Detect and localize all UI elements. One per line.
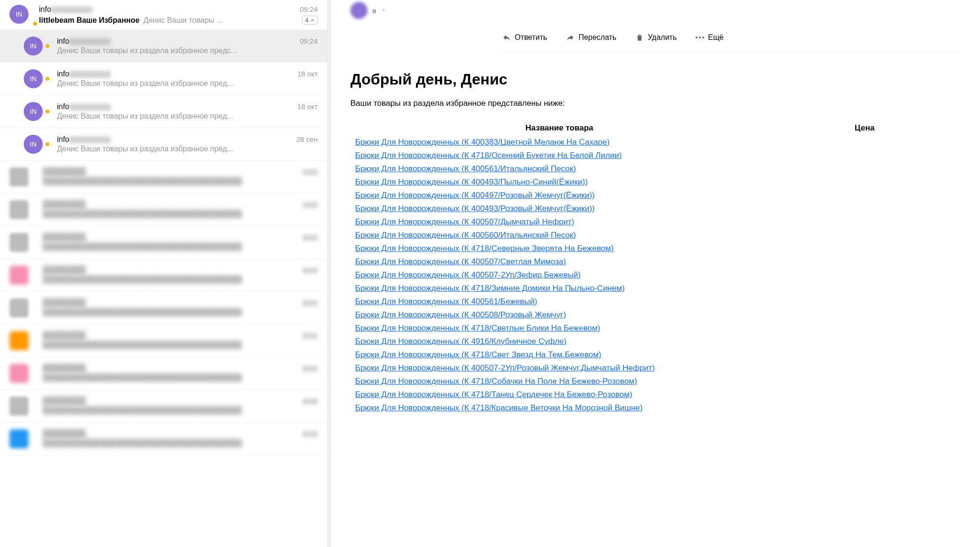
thread-count-badge[interactable]: 4 xyxy=(302,16,318,25)
table-row: Брюки Для Новорожденных (К 4718/Зимние Д… xyxy=(350,282,961,295)
col-name-header: Название товара xyxy=(350,121,768,136)
preview-label: █████████████████████████████████████ xyxy=(43,242,318,251)
time-label: 09:24 xyxy=(300,5,318,13)
table-row: Брюки Для Новорожденных (К 400493/Розовы… xyxy=(350,202,961,215)
product-link[interactable]: Брюки Для Новорожденных (К 400561/Италья… xyxy=(355,164,576,173)
product-link[interactable]: Брюки Для Новорожденных (К 400497/Розовы… xyxy=(355,191,595,200)
product-link[interactable]: Брюки Для Новорожденных (К 400508/Розовы… xyxy=(355,310,566,319)
product-link[interactable]: Брюки Для Новорожденных (К 4718/Осенний … xyxy=(355,151,622,160)
time-label: 18 окт xyxy=(297,102,318,111)
preview-label: Денис Ваши товары из раздела избранное п… xyxy=(57,112,318,121)
avatar: IN xyxy=(24,102,43,121)
table-row: Брюки Для Новорожденных (К 400497/Розовы… xyxy=(350,189,961,202)
unread-dot-icon xyxy=(46,142,49,146)
from-area: я › xyxy=(350,0,961,23)
product-link[interactable]: Брюки Для Новорожденных (К 4916/Клубничн… xyxy=(355,337,566,346)
preview-label: █████████████████████████████████████ xyxy=(43,210,318,218)
time-label: ▮▮▮▮ xyxy=(302,331,318,340)
avatar xyxy=(9,397,28,416)
sender-label: ████████ xyxy=(43,364,86,372)
product-link[interactable]: Брюки Для Новорожденных (К 4718/Свет Зве… xyxy=(355,350,601,359)
avatar xyxy=(9,200,28,219)
preview-label: █████████████████████████████████████ xyxy=(43,439,318,447)
product-link[interactable]: Брюки Для Новорожденных (К 400507/Светла… xyxy=(355,257,566,266)
product-link[interactable]: Брюки Для Новорожденных (К 400561/Бежевы… xyxy=(355,297,537,306)
preview-label: █████████████████████████████████████ xyxy=(43,406,318,415)
sender-label: info▮▮▮▮▮▮▮▮ xyxy=(57,135,111,144)
avatar xyxy=(9,364,28,383)
sender-label: ████████ xyxy=(43,167,86,176)
product-link[interactable]: Брюки Для Новорожденных (К 4718/Северные… xyxy=(355,244,613,253)
sender-label: ████████ xyxy=(43,266,86,274)
sender-label: ████████ xyxy=(43,331,86,340)
product-link[interactable]: Брюки Для Новорожденных (К 4718/Собачки … xyxy=(355,377,637,386)
table-row: Брюки Для Новорожденных (К 4718/Танец Се… xyxy=(350,388,961,401)
time-label: ▮▮▮▮ xyxy=(302,266,318,274)
list-item[interactable]: ████████ ▮▮▮▮ ██████████████████████████… xyxy=(0,259,327,292)
table-row: Брюки Для Новорожденных (К 400507/Светла… xyxy=(350,255,961,269)
product-link[interactable]: Брюки Для Новорожденных (К 400493/Розовы… xyxy=(355,204,595,213)
pane-divider[interactable] xyxy=(328,0,331,547)
more-button[interactable]: Ещё xyxy=(696,33,724,42)
product-link[interactable]: Брюки Для Новорожденных (К 400507-2Уп/Зе… xyxy=(355,270,581,279)
time-label: ▮▮▮▮ xyxy=(302,200,318,209)
preview-label: Денис Ваши товары из раздела избранное п… xyxy=(57,145,318,153)
mail-title: Добрый день, Денис xyxy=(350,71,961,88)
list-item[interactable]: IN info▮▮▮▮▮▮▮▮ 28 сен Денис Ваши товары… xyxy=(0,128,327,161)
list-item[interactable]: IN info▮▮▮▮▮▮▮▮ 09:24 Денис Ваши товары … xyxy=(0,30,327,63)
list-item[interactable]: IN info▮▮▮▮▮▮▮▮ 18 окт Денис Ваши товары… xyxy=(0,63,327,95)
sender-label: info▮▮▮▮▮▮▮▮ xyxy=(57,69,111,78)
list-item[interactable]: ████████ ▮▮▮▮ ██████████████████████████… xyxy=(0,292,327,324)
product-link[interactable]: Брюки Для Новорожденных (К 4718/Зимние Д… xyxy=(355,284,625,293)
sender-label: ████████ xyxy=(43,233,86,241)
avatar xyxy=(9,298,28,317)
forward-icon xyxy=(566,33,575,42)
time-label: ▮▮▮▮ xyxy=(302,298,318,307)
reply-icon xyxy=(502,33,511,42)
product-link[interactable]: Брюки Для Новорожденных (К 400507/Дымчат… xyxy=(355,217,575,226)
from-avatar xyxy=(350,2,368,19)
products-table: Название товара Цена Брюки Для Новорожде… xyxy=(350,121,961,415)
list-item[interactable]: ████████ ▮▮▮▮ ██████████████████████████… xyxy=(0,357,327,390)
reply-button[interactable]: Ответить xyxy=(502,33,547,42)
table-row: Брюки Для Новорожденных (К 400507-2Уп/Ро… xyxy=(350,362,961,375)
avatar xyxy=(9,266,28,285)
table-row: Брюки Для Новорожденных (К 4718/Собачки … xyxy=(350,375,961,388)
thread-header[interactable]: IN info▮▮▮▮▮▮▮▮ 09:24 littlebeam Ваше Из… xyxy=(0,0,327,30)
time-label: ▮▮▮▮ xyxy=(302,233,318,241)
preview-label: █████████████████████████████████████ xyxy=(43,177,318,185)
chevron-right-icon[interactable]: › xyxy=(383,7,385,13)
sender-label: ████████ xyxy=(43,429,86,438)
product-link[interactable]: Брюки Для Новорожденных (К 400507-2Уп/Ро… xyxy=(355,363,655,372)
time-label: 28 сен xyxy=(296,135,318,143)
subject-label: littlebeam Ваше Избранное xyxy=(39,16,140,25)
table-row: Брюки Для Новорожденных (К 4718/Осенний … xyxy=(350,149,961,162)
product-link[interactable]: Брюки Для Новорожденных (К 400560/Италья… xyxy=(355,231,576,240)
table-row: Брюки Для Новорожденных (К 4718/Свет Зве… xyxy=(350,348,961,362)
chevron-up-icon xyxy=(311,19,314,22)
product-link[interactable]: Брюки Для Новорожденных (К 4718/Танец Се… xyxy=(355,390,632,399)
table-row: Брюки Для Новорожденных (К 400383/Цветно… xyxy=(350,136,961,149)
sender-label: info▮▮▮▮▮▮▮▮ xyxy=(39,5,93,14)
time-label: 18 окт xyxy=(297,70,318,78)
table-row: Брюки Для Новорожденных (К 400560/Италья… xyxy=(350,229,961,242)
product-link[interactable]: Брюки Для Новорожденных (К 4718/Красивые… xyxy=(355,403,642,412)
list-item[interactable]: ████████ ▮▮▮▮ ██████████████████████████… xyxy=(0,390,327,423)
forward-button[interactable]: Переслать xyxy=(566,33,616,42)
preview-label: Денис Ваши товары из раздела избранное п… xyxy=(57,46,318,55)
list-item[interactable]: ████████ ▮▮▮▮ ██████████████████████████… xyxy=(0,324,327,357)
action-bar: Ответить Переслать Удалить Ещё xyxy=(502,23,961,53)
list-item[interactable]: IN info▮▮▮▮▮▮▮▮ 18 окт Денис Ваши товары… xyxy=(0,95,327,128)
product-link[interactable]: Брюки Для Новорожденных (К 400383/Цветно… xyxy=(355,138,610,147)
list-item[interactable]: ████████ ▮▮▮▮ ██████████████████████████… xyxy=(0,161,327,194)
avatar: IN xyxy=(24,69,43,88)
sender-label: ████████ xyxy=(43,298,86,307)
delete-button[interactable]: Удалить xyxy=(635,33,677,42)
list-item[interactable]: ████████ ▮▮▮▮ ██████████████████████████… xyxy=(0,423,327,455)
product-link[interactable]: Брюки Для Новорожденных (К 4718/Светлые … xyxy=(355,324,600,333)
list-item[interactable]: ████████ ▮▮▮▮ ██████████████████████████… xyxy=(0,226,327,259)
avatar: IN xyxy=(9,5,28,24)
list-item[interactable]: ████████ ▮▮▮▮ ██████████████████████████… xyxy=(0,194,327,226)
product-link[interactable]: Брюки Для Новорожденных (К 400493/Пыльно… xyxy=(355,177,588,186)
mail-list: IN info▮▮▮▮▮▮▮▮ 09:24 littlebeam Ваше Из… xyxy=(0,0,328,547)
